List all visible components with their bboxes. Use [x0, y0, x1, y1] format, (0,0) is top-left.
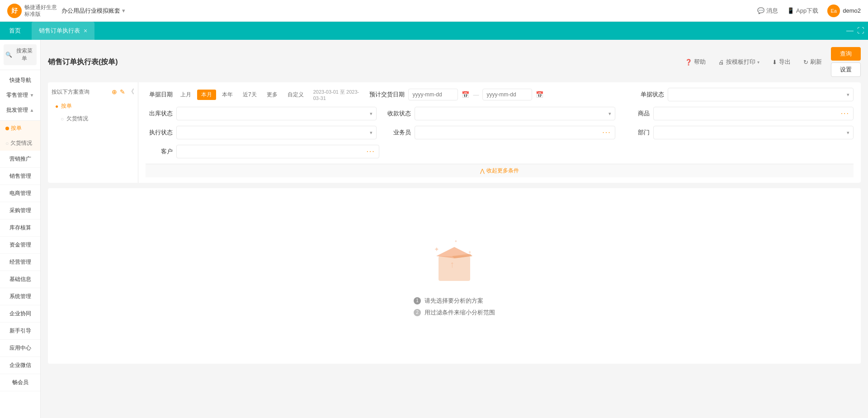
svg-text:✦: ✦ [468, 250, 472, 255]
help-button[interactable]: ❓ 帮助 [681, 56, 709, 68]
date-tab-thismonth[interactable]: 本月 [197, 90, 216, 100]
exec-status-label: 执行状态 [146, 128, 173, 137]
sidebar-item-wechat[interactable]: 企业微信 [0, 357, 40, 374]
date-tab-custom[interactable]: 自定义 [283, 90, 308, 100]
print-button[interactable]: 🖨 按模板打印 ▾ [715, 56, 763, 68]
sidebar-item-apps[interactable]: 应用中心 [0, 340, 40, 357]
sidebar-item-operations[interactable]: 经营管理 [0, 254, 40, 271]
search-button[interactable]: 查询 [831, 47, 861, 61]
print-icon: 🖨 [718, 59, 724, 66]
tab-minimize-icon[interactable]: — [846, 27, 854, 35]
sidebar-item-ecommerce[interactable]: 电商管理 [0, 185, 40, 202]
search-settings-group: 查询 设置 [831, 47, 861, 77]
sidebar-item-members[interactable]: 畅会员 [0, 374, 40, 391]
sidebar-item-basic[interactable]: 基础信息 [0, 271, 40, 288]
date-tab-thisyear[interactable]: 本年 [218, 90, 237, 100]
expected-date-start-input[interactable] [408, 89, 458, 100]
collapse-filter-button[interactable]: ⋀ 收起更多条件 [146, 164, 854, 177]
app-download-action[interactable]: 📱 App下载 [787, 7, 818, 15]
filter-row-1: 单据日期 上月 本月 本年 近7天 更多 自定义 2023-03-01 至 20… [146, 88, 854, 101]
dept-arrow-icon: ▾ [847, 130, 849, 136]
customer-select[interactable]: ··· [176, 145, 379, 158]
scheme-sub-shortage[interactable]: ○ 欠货情况 [52, 113, 134, 125]
date-tab-group: 上月 本月 本年 近7天 更多 自定义 [176, 90, 308, 100]
user-area[interactable]: Ea demo2 [827, 5, 861, 17]
filter-scheme-title: 按以下方案查询 ⊕ ✎ 《 [52, 88, 134, 96]
salesperson-more-icon[interactable]: ··· [602, 128, 611, 137]
out-status-select[interactable]: ▾ [176, 107, 377, 120]
collapse-scheme-icon[interactable]: 《 [128, 88, 134, 96]
logo-icon: 好 [7, 4, 22, 18]
filter-group-doc-status: 单据状态 ▾ [637, 88, 854, 101]
tab-active[interactable]: 销售订单执行表 × [32, 22, 94, 40]
add-scheme-icon[interactable]: ⊕ [112, 88, 117, 95]
sidebar-submenu-item-order[interactable]: 按单 [0, 121, 40, 136]
settings-button[interactable]: 设置 [831, 62, 861, 77]
date-tab-more[interactable]: 更多 [263, 90, 282, 100]
customer-more-icon[interactable]: ··· [366, 147, 375, 156]
page-actions: ❓ 帮助 🖨 按模板打印 ▾ ⬇ 导出 ↻ 刷新 [681, 47, 861, 77]
sidebar-item-finance[interactable]: 资金管理 [0, 237, 40, 254]
collect-status-select[interactable]: ▾ [415, 107, 615, 120]
print-arrow-icon: ▾ [757, 60, 760, 65]
sidebar-menu: 营销推广 销售管理 电商管理 采购管理 库存核算 资金管理 经营管理 基础信息 [0, 151, 40, 418]
top-bar: 好 畅捷通好生意 标准版 办公用品行业模拟账套 ▾ 💬 消息 📱 App下载 E… [0, 0, 868, 22]
shortage-sub-icon: ○ [61, 116, 64, 122]
message-icon: 💬 [757, 7, 764, 14]
sidebar-item-marketing[interactable]: 营销推广 [0, 151, 40, 168]
empty-text: 1 请先选择要分析的方案 2 用过滤条件来缩小分析范围 [414, 295, 495, 318]
search-menu-button[interactable]: 🔍 搜索菜单 [4, 44, 37, 65]
page-header: 销售订单执行表(按单) ❓ 帮助 🖨 按模板打印 ▾ ⬇ 导出 [48, 47, 861, 77]
wholesale-arrow-icon: ▲ [30, 108, 34, 113]
customer-label: 客户 [146, 147, 173, 156]
sidebar-item-guide[interactable]: 新手引导 [0, 323, 40, 340]
date-tab-7days[interactable]: 近7天 [239, 90, 261, 100]
empty-illustration: ✦ ✦ ✦ ↑ [427, 233, 481, 288]
date-range-display: 2023-03-01 至 2023-03-31 [313, 89, 363, 101]
sidebar-item-inventory[interactable]: 库存核算 [0, 219, 40, 237]
sidebar-item-system[interactable]: 系统管理 [0, 288, 40, 305]
top-bar-left: 好 畅捷通好生意 标准版 办公用品行业模拟账套 ▾ [7, 4, 125, 18]
search-icon: 🔍 [5, 52, 12, 58]
export-button[interactable]: ⬇ 导出 [769, 56, 794, 68]
sidebar-item-wholesale[interactable]: 批发管理 ▲ [0, 103, 40, 118]
title-dropdown-icon[interactable]: ▾ [122, 7, 125, 14]
filter-group-exec-status: 执行状态 ▾ [146, 126, 377, 139]
date-tab-lastmonth[interactable]: 上月 [176, 90, 195, 100]
svg-text:✦: ✦ [454, 239, 458, 243]
tab-home[interactable]: 首页 [0, 22, 30, 40]
sidebar-submenu-item-shortage[interactable]: ○ 欠货情况 [0, 136, 40, 151]
dept-select[interactable]: ▾ [653, 126, 854, 139]
doc-status-arrow-icon: ▾ [847, 92, 849, 98]
tab-maximize-icon[interactable]: ⛶ [857, 27, 864, 35]
calendar-end-icon[interactable]: 📅 [536, 91, 543, 98]
wholesale-submenu: 按单 ○ 欠货情况 [0, 121, 40, 151]
filter-group-expected-date: 预计交货日期 📅 — 📅 [369, 89, 629, 100]
salesperson-select[interactable]: ··· [415, 126, 615, 139]
expected-date-label: 预计交货日期 [369, 90, 405, 99]
doc-status-select[interactable]: ▾ [668, 88, 854, 101]
sidebar-item-sales[interactable]: 销售管理 [0, 168, 40, 185]
tab-close-icon[interactable]: × [84, 27, 87, 34]
sidebar: 🔍 搜索菜单 快捷导航 零售管理 ▼ 批发管理 ▲ 按单 [0, 40, 41, 418]
filter-panel: 按以下方案查询 ⊕ ✎ 《 ● 按单 ○ 欠货情况 [48, 82, 861, 183]
sidebar-item-retail[interactable]: 零售管理 ▼ [0, 88, 40, 103]
message-action[interactable]: 💬 消息 [757, 7, 778, 15]
edit-scheme-icon[interactable]: ✎ [120, 88, 125, 95]
expected-date-end-input[interactable] [482, 89, 532, 100]
sidebar-item-cooperation[interactable]: 企业协同 [0, 305, 40, 323]
exec-status-select[interactable]: ▾ [176, 126, 377, 139]
sidebar-item-shortcut[interactable]: 快捷导航 [0, 73, 40, 88]
refresh-button[interactable]: ↻ 刷新 [800, 56, 826, 68]
product-more-icon[interactable]: ··· [841, 109, 849, 118]
sidebar-item-purchase[interactable]: 采购管理 [0, 202, 40, 219]
filter-row-2: 出库状态 ▾ 收款状态 ▾ [146, 107, 854, 120]
filter-scheme-panel: 按以下方案查询 ⊕ ✎ 《 ● 按单 ○ 欠货情况 [48, 82, 138, 183]
filter-left-icons: ⊕ ✎ 《 [112, 88, 134, 96]
sidebar-nav: 快捷导航 零售管理 ▼ 批发管理 ▲ [0, 70, 40, 121]
date-label: 单据日期 [146, 90, 173, 99]
filter-row-3: 执行状态 ▾ 业务员 ··· [146, 126, 854, 139]
product-select[interactable]: ··· [653, 107, 854, 120]
calendar-start-icon[interactable]: 📅 [462, 91, 469, 98]
scheme-item-order[interactable]: ● 按单 [52, 100, 134, 113]
